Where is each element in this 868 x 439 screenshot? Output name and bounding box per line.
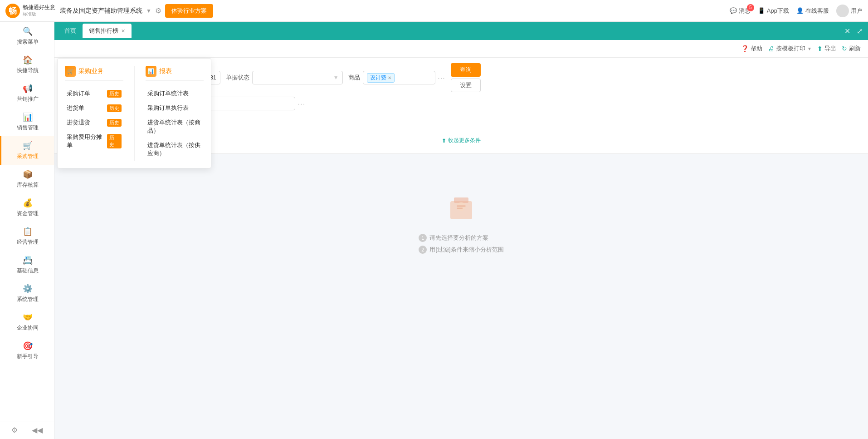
logo-name: 畅捷通好生意 — [23, 4, 55, 11]
basic-info-icon: 📇 — [23, 255, 33, 265]
inventory-icon: 📦 — [23, 169, 33, 179]
sidebar-item-finance-label: 资金管理 — [17, 210, 39, 217]
report-col-icon: 📊 — [146, 66, 156, 77]
sidebar-item-finance[interactable]: 💰 资金管理 — [0, 193, 54, 222]
header-right: 💬 消息 5 📱 App下载 👤 在线客服 用户 — [730, 5, 863, 17]
dropdown-overlay: 🛒 采购业务 采购订单 历史 进货单 历史 — [54, 58, 868, 439]
sidebar-item-sales[interactable]: 📊 销售管理 — [0, 108, 54, 136]
dropdown-item-order-stats[interactable]: 采购订单统计表 — [146, 86, 204, 101]
sidebar-settings-icon[interactable]: ⚙ — [11, 426, 18, 434]
sidebar-collapse-icon[interactable]: ◀◀ — [32, 426, 43, 434]
marketing-icon: 📢 — [23, 84, 33, 94]
refresh-btn[interactable]: ↻ 刷新 — [842, 44, 861, 53]
tab-close-all-icon[interactable]: ✕ — [843, 26, 852, 36]
export-btn[interactable]: ⬆ 导出 — [817, 44, 836, 53]
industry-btn[interactable]: 体验行业方案 — [165, 4, 213, 18]
tab-home[interactable]: 首页 — [58, 24, 83, 38]
help-icon: ❓ — [741, 45, 749, 52]
tab-maximize-icon[interactable]: ⤢ — [855, 26, 864, 36]
tab-close-icon[interactable]: ✕ — [121, 28, 125, 34]
dropdown-menu: 🛒 采购业务 采购订单 历史 进货单 历史 — [57, 58, 211, 168]
finance-icon: 💰 — [23, 198, 33, 208]
tab-home-label: 首页 — [64, 27, 76, 35]
dropdown-item-order-exec[interactable]: 采购订单执行表 — [146, 101, 204, 115]
print-dropdown-icon[interactable]: ▼ — [807, 46, 812, 51]
order-exec-label: 采购订单执行表 — [147, 104, 189, 112]
sidebar-item-quick-nav-label: 快捷导航 — [17, 67, 39, 74]
search-menu-icon: 🔍 — [23, 26, 33, 36]
sidebar-item-basic-info-label: 基础信息 — [17, 267, 39, 275]
tab-bar: 首页 销售排行榜 ✕ ✕ ⤢ — [54, 22, 868, 40]
user-area[interactable]: 用户 — [836, 5, 863, 17]
dropdown-item-receipt-by-supplier[interactable]: 进货单统计表（按供应商） — [146, 138, 204, 161]
sidebar-item-newbie[interactable]: 🎯 新手引导 — [0, 336, 54, 365]
print-label: 按模板打印 — [776, 44, 805, 53]
sidebar-item-enterprise[interactable]: 🤝 企业协同 — [0, 308, 54, 336]
purchase-col-title: 采购业务 — [78, 67, 104, 75]
page-content: ❓ 帮助 🖨 按模板打印 ▼ ⬆ 导出 ↻ 刷新 — [54, 40, 868, 439]
purchase-expense-history-badge: 历史 — [107, 134, 122, 148]
dropdown-item-receipt-by-goods[interactable]: 进货单统计表（按商品） — [146, 115, 204, 138]
menu-divider — [134, 66, 135, 161]
sidebar-item-basic-info[interactable]: 📇 基础信息 — [0, 251, 54, 279]
refresh-label: 刷新 — [849, 44, 861, 53]
content-area: 首页 销售排行榜 ✕ ✕ ⤢ ❓ 帮助 🖨 按模板打印 — [54, 22, 868, 439]
receipt-by-goods-label: 进货单统计表（按商品） — [147, 118, 202, 135]
order-stats-label: 采购订单统计表 — [147, 89, 189, 98]
purchase-order-history-badge: 历史 — [107, 90, 122, 98]
message-badge: 5 — [747, 4, 754, 11]
purchase-return-history-badge: 历史 — [107, 119, 122, 127]
sidebar-item-search-menu[interactable]: 🔍 搜索菜单 — [0, 22, 54, 50]
sidebar-item-quick-nav[interactable]: 🏠 快捷导航 — [0, 50, 54, 79]
sidebar-bottom: ⚙ ◀◀ — [0, 421, 54, 439]
logo-area: 畅 畅捷通好生意 标准版 — [5, 4, 60, 18]
purchase-receipt-history-badge: 历史 — [107, 104, 122, 112]
sidebar-item-purchase[interactable]: 🛒 采购管理 — [0, 136, 54, 165]
message-btn[interactable]: 💬 消息 5 — [730, 7, 751, 15]
user-label: 用户 — [851, 7, 863, 15]
system-title-area: 装备及固定资产辅助管理系统 ▼ ⚙ 体验行业方案 — [60, 4, 730, 18]
refresh-icon: ↻ — [842, 45, 847, 52]
help-btn[interactable]: ❓ 帮助 — [741, 44, 762, 53]
message-icon: 💬 — [730, 7, 737, 14]
system-icon: ⚙️ — [23, 284, 33, 294]
print-btn[interactable]: 🖨 按模板打印 ▼ — [768, 44, 812, 53]
app-download-label: App下载 — [767, 7, 789, 15]
sidebar-item-operations[interactable]: 📋 经营管理 — [0, 222, 54, 251]
sidebar-item-system-label: 系统管理 — [17, 296, 39, 303]
tab-sales-rank[interactable]: 销售排行榜 ✕ — [83, 24, 132, 38]
title-dropdown-arrow[interactable]: ▼ — [146, 8, 151, 14]
purchase-return-label: 进货退货 — [67, 118, 90, 127]
dropdown-item-purchase-receipt[interactable]: 进货单 历史 — [65, 101, 123, 115]
sidebar-item-marketing[interactable]: 📢 营销推广 — [0, 79, 54, 108]
logo-sub: 标准版 — [23, 11, 55, 17]
operations-icon: 📋 — [23, 227, 33, 237]
dropdown-item-purchase-return[interactable]: 进货退货 历史 — [65, 115, 123, 130]
sidebar-item-purchase-label: 采购管理 — [17, 153, 39, 160]
report-col-title: 报表 — [159, 67, 172, 75]
sidebar-item-search-menu-label: 搜索菜单 — [17, 38, 39, 46]
sidebar-item-sales-label: 销售管理 — [17, 124, 39, 132]
logo-icon: 畅 — [5, 4, 20, 18]
sidebar-item-system[interactable]: ⚙️ 系统管理 — [0, 279, 54, 308]
dropdown-item-purchase-order[interactable]: 采购订单 历史 — [65, 86, 123, 101]
online-service-label: 在线客服 — [805, 7, 829, 15]
quick-nav-icon: 🏠 — [23, 55, 33, 65]
purchase-col-icon: 🛒 — [65, 66, 76, 77]
service-icon: 👤 — [796, 7, 804, 14]
system-settings-icon[interactable]: ⚙ — [155, 6, 161, 15]
app-download-btn[interactable]: 📱 App下载 — [758, 7, 789, 15]
online-service-btn[interactable]: 👤 在线客服 — [796, 7, 829, 15]
receipt-by-supplier-label: 进货单统计表（按供应商） — [147, 141, 202, 158]
purchase-icon: 🛒 — [23, 141, 33, 151]
newbie-icon: 🎯 — [23, 341, 33, 351]
dropdown-item-purchase-expense[interactable]: 采购费用分摊单 历史 — [65, 130, 123, 153]
sidebar-item-enterprise-label: 企业协同 — [17, 324, 39, 332]
help-label: 帮助 — [751, 44, 762, 53]
user-avatar — [836, 5, 849, 17]
report-col-header: 📊 报表 — [146, 66, 204, 81]
purchase-col: 🛒 采购业务 采购订单 历史 进货单 历史 — [65, 66, 123, 161]
sidebar-item-inventory[interactable]: 📦 库存核算 — [0, 165, 54, 193]
system-title-text: 装备及固定资产辅助管理系统 — [60, 7, 142, 15]
tab-sales-rank-label: 销售排行榜 — [89, 27, 118, 35]
